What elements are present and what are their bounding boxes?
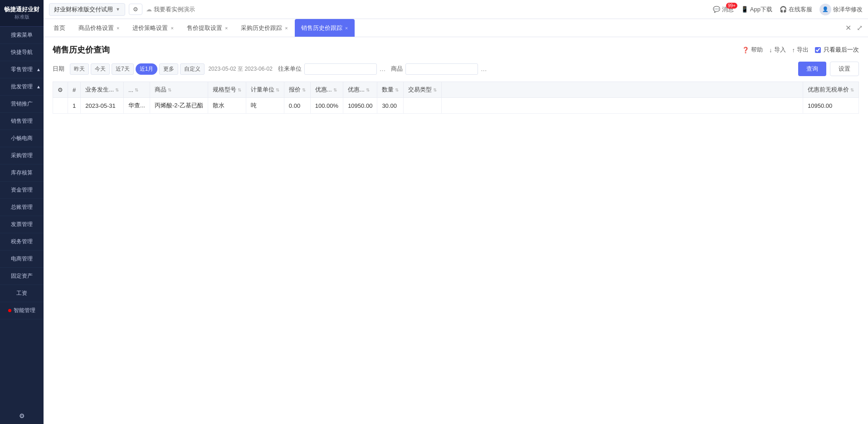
tab-purchase-strategy[interactable]: 进价策略设置 × <box>126 19 180 37</box>
sort-trade-type[interactable]: 交易类型 ⇅ <box>408 86 437 94</box>
sidebar-item-invoice[interactable]: 发票管理 <box>0 216 44 233</box>
col-discount2[interactable]: 优惠... ⇅ <box>343 82 377 98</box>
col-gear[interactable]: ⚙ <box>53 82 68 98</box>
sidebar-item-tax[interactable]: 税务管理 <box>0 233 44 251</box>
sort-more[interactable]: ... ⇅ <box>128 87 138 93</box>
help-label: 帮助 <box>751 46 763 54</box>
sidebar-item-label: 零售管理 <box>11 66 33 72</box>
demo-button[interactable]: ☁ 我要看实例演示 <box>146 5 195 14</box>
sidebar-item-purchase[interactable]: 采购管理 <box>0 147 44 164</box>
date-btn-today[interactable]: 今天 <box>91 63 110 75</box>
close-icon[interactable]: × <box>171 25 173 31</box>
product-field: 商品 ... <box>391 63 487 75</box>
sidebar-item-xiaochange[interactable]: 小畅电商 <box>0 130 44 147</box>
query-button[interactable]: 查询 <box>798 62 826 76</box>
sidebar-item-sales[interactable]: 销售管理 <box>0 113 44 130</box>
col-label: 业务发生... <box>85 86 114 94</box>
filter-settings-button[interactable]: 设置 <box>830 62 859 76</box>
date-btn-7days[interactable]: 近7天 <box>112 63 134 75</box>
page-header-actions: ❓ 帮助 ↓ 导入 ↑ 导出 只看最后一次 <box>742 46 859 54</box>
sidebar-item-label: 税务管理 <box>11 238 33 245</box>
service-button[interactable]: 🎧 在线客服 <box>780 5 812 14</box>
tab-label: 首页 <box>54 24 65 32</box>
message-button[interactable]: 💬 消息 99+ <box>713 5 734 14</box>
logo-sub: 标准版 <box>4 14 40 20</box>
sidebar-item-search[interactable]: 搜索菜单 <box>0 27 44 44</box>
from-unit-dots-button[interactable]: ... <box>380 65 385 73</box>
sidebar-item-wholesale[interactable]: 批发管理 ▲ <box>0 78 44 96</box>
sort-business-date[interactable]: 业务发生... ⇅ <box>85 86 119 94</box>
col-trade-type[interactable]: 交易类型 ⇅ <box>404 82 442 98</box>
sidebar-item-label: 智能管理 <box>14 307 35 313</box>
sidebar-item-assets[interactable]: 固定资产 <box>0 268 44 285</box>
demo-label: 我要看实例演示 <box>154 5 195 14</box>
col-pretax-price[interactable]: 优惠前无税单价 ⇅ <box>803 82 859 98</box>
tab-sale-price[interactable]: 售价提取设置 × <box>180 19 234 37</box>
sort-discount2[interactable]: 优惠... ⇅ <box>348 86 370 94</box>
help-button[interactable]: ❓ 帮助 <box>742 46 763 54</box>
sort-pretax-price[interactable]: 优惠前无税单价 ⇅ <box>808 86 854 94</box>
close-icon[interactable]: × <box>285 25 288 31</box>
from-unit-label: 往来单位 <box>278 65 302 73</box>
date-btn-more[interactable]: 更多 <box>159 63 178 75</box>
sidebar-item-retail[interactable]: 零售管理 ▲ <box>0 61 44 78</box>
date-btn-yesterday[interactable]: 昨天 <box>70 63 89 75</box>
only-last-checkbox[interactable] <box>815 47 821 53</box>
col-spec[interactable]: 规格型号 ⇅ <box>208 82 246 98</box>
sidebar-item-finance[interactable]: 资金管理 <box>0 182 44 199</box>
from-unit-input[interactable] <box>304 63 377 75</box>
close-icon[interactable]: × <box>117 25 119 31</box>
main-area: 好业财标准版交付试用 ▼ ⚙ ☁ 我要看实例演示 💬 消息 99+ 📱 App下… <box>44 0 868 424</box>
sidebar-item-quicknav[interactable]: 快捷导航 <box>0 44 44 61</box>
tab-sales-history[interactable]: 销售历史价跟踪 × <box>295 19 355 37</box>
sort-icon: ⇅ <box>115 87 119 92</box>
sidebar-item-marketing[interactable]: 营销推广 <box>0 96 44 113</box>
product-dots-button[interactable]: ... <box>481 65 487 73</box>
tab-label: 商品价格设置 <box>78 24 114 32</box>
sort-product[interactable]: 商品 ⇅ <box>155 86 171 94</box>
topbar-gear-button[interactable]: ⚙ <box>129 4 142 15</box>
col-price[interactable]: 报价 ⇅ <box>284 82 310 98</box>
date-btn-custom[interactable]: 自定义 <box>180 63 205 75</box>
sidebar-item-inventory[interactable]: 库存核算 <box>0 164 44 182</box>
sidebar-item-label: 营销推广 <box>11 101 33 107</box>
tab-purchase-history[interactable]: 采购历史价跟踪 × <box>234 19 294 37</box>
date-btn-1month[interactable]: 近1月 <box>136 63 158 75</box>
col-spacer <box>442 82 803 98</box>
tab-product-price[interactable]: 商品价格设置 × <box>72 19 126 37</box>
sidebar-item-intelligent[interactable]: 智能管理 <box>0 302 44 319</box>
sort-qty[interactable]: 数量 ⇅ <box>382 86 399 94</box>
tab-expand-button[interactable]: ⤢ <box>855 23 864 33</box>
sort-unit[interactable]: 计量单位 ⇅ <box>251 86 279 94</box>
sort-spec[interactable]: 规格型号 ⇅ <box>213 86 241 94</box>
sort-price[interactable]: 报价 ⇅ <box>289 86 306 94</box>
tab-close-panel-button[interactable]: ✕ <box>844 23 853 33</box>
col-more[interactable]: ... ⇅ <box>124 82 150 98</box>
close-icon[interactable]: × <box>345 25 348 31</box>
import-button[interactable]: ↓ 导入 <box>769 46 786 54</box>
sidebar-gear-button[interactable]: ⚙ <box>0 408 44 424</box>
tab-home[interactable]: 首页 <box>47 19 72 37</box>
sort-icon: ⇅ <box>333 87 337 92</box>
export-button[interactable]: ↑ 导出 <box>792 46 809 54</box>
sort-discount1[interactable]: 优惠... ⇅ <box>315 86 337 94</box>
product-input[interactable] <box>405 63 478 75</box>
cloud-icon: ☁ <box>146 6 152 13</box>
close-icon[interactable]: × <box>225 25 228 31</box>
sidebar-item-ledger[interactable]: 总账管理 <box>0 199 44 216</box>
message-badge: 99+ <box>726 3 737 9</box>
module-selector[interactable]: 好业财标准版交付试用 ▼ <box>49 3 125 16</box>
chevron-down-icon: ▼ <box>116 7 120 12</box>
col-unit[interactable]: 计量单位 ⇅ <box>246 82 284 98</box>
col-qty[interactable]: 数量 ⇅ <box>377 82 404 98</box>
col-product[interactable]: 商品 ⇅ <box>150 82 208 98</box>
col-business-date[interactable]: 业务发生... ⇅ <box>81 82 124 98</box>
sidebar-item-ecommerce[interactable]: 电商管理 <box>0 251 44 268</box>
app-download-button[interactable]: 📱 App下载 <box>741 5 772 14</box>
sidebar-item-payroll[interactable]: 工资 <box>0 285 44 302</box>
row-spacer <box>442 98 803 114</box>
page-title: 销售历史价查询 <box>53 44 110 55</box>
col-discount1[interactable]: 优惠... ⇅ <box>310 82 343 98</box>
gear-icon: ⚙ <box>19 412 25 419</box>
user-button[interactable]: 👤 徐泽华修改 <box>819 4 863 15</box>
